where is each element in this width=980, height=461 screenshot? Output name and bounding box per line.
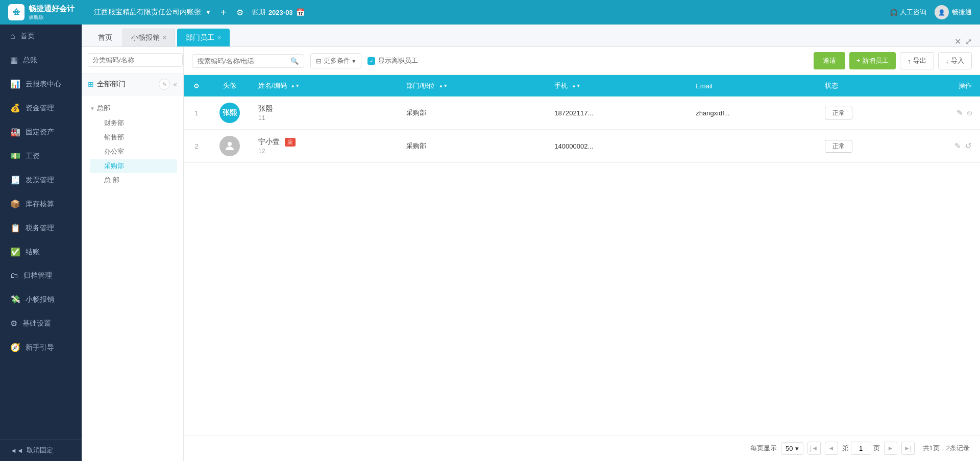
- page-size-chevron-icon: ▾: [795, 445, 799, 452]
- sidebar-item-settings[interactable]: ⚙ 基础设置: [0, 311, 82, 335]
- tab-expense[interactable]: 小畅报销 ×: [122, 29, 175, 46]
- row2-code: 12: [258, 148, 390, 155]
- first-page-button[interactable]: |◄: [807, 442, 821, 455]
- all-dept-header[interactable]: ⊞ 全部部门 ✎ «: [82, 74, 183, 95]
- svg-point-0: [228, 142, 232, 146]
- main-layout: ⌂ 首页 ▦ 总账 📊 云报表中心 💰 资金管理 🏭 固定资产 💵 工资 🧾 发…: [0, 25, 980, 461]
- sort-dept-icon[interactable]: ▲▼: [438, 84, 448, 88]
- row1-index: 1: [184, 96, 209, 130]
- sidebar-item-ledger[interactable]: ▦ 总账: [0, 48, 82, 72]
- sidebar-label-settings: 基础设置: [22, 319, 51, 328]
- sidebar-item-tax[interactable]: 📋 税务管理: [0, 216, 82, 240]
- add-tab-button[interactable]: +: [217, 6, 230, 18]
- tab-expense-close-icon[interactable]: ×: [163, 34, 166, 41]
- row1-avatar: 张熙: [219, 103, 240, 123]
- service-button[interactable]: 🎧 人工咨询: [890, 8, 926, 17]
- dept-child-purchase[interactable]: 采购部: [90, 159, 177, 173]
- sidebar-item-payroll[interactable]: 💵 工资: [0, 144, 82, 168]
- sidebar-item-funds[interactable]: 💰 资金管理: [0, 96, 82, 120]
- row1-ops-buttons: ✎ ⎋: [927, 108, 972, 117]
- user-menu[interactable]: 👤 畅捷通: [935, 5, 972, 19]
- dept-child-sales[interactable]: 销售部: [90, 130, 177, 144]
- dept-child-finance[interactable]: 财务部: [90, 116, 177, 130]
- row2-index: 2: [184, 130, 209, 163]
- filter-bar: 🔍 ⊟ 更多条件 ▾ ✓ 显示离职员工 邀请 + 新增员工: [184, 47, 980, 75]
- expand-window-icon[interactable]: ⤢: [965, 37, 972, 46]
- triangle-down-icon: ▼: [90, 106, 95, 111]
- employee-search-input[interactable]: [198, 57, 287, 65]
- archive-icon: 🗂: [10, 271, 18, 280]
- sidebar-item-expense[interactable]: 💸 小畅报销: [0, 287, 82, 311]
- tab-employees[interactable]: 部门员工 ×: [177, 29, 230, 46]
- content-area: 首页 小畅报销 × 部门员工 × ✕ ⤢ 🔍: [82, 25, 980, 461]
- sidebar-label-archive: 归档管理: [23, 271, 52, 280]
- page-input[interactable]: 1: [851, 442, 871, 455]
- sidebar-item-guide[interactable]: 🧭 新手引导: [0, 335, 82, 359]
- row2-edit-button[interactable]: ✎: [954, 141, 961, 151]
- row1-status: 正常: [817, 96, 919, 130]
- tab-bar-actions: ✕ ⤢: [954, 37, 972, 46]
- dept-group-name-hq: 总部: [97, 104, 110, 113]
- sort-name-icon[interactable]: ▲▼: [290, 84, 300, 88]
- settings-nav-icon: ⚙: [10, 319, 17, 328]
- right-panel: 🔍 ⊟ 更多条件 ▾ ✓ 显示离职员工 邀请 + 新增员工: [184, 47, 980, 461]
- logo-text: 畅捷通好会计: [29, 4, 75, 14]
- row1-phone: 187202117...: [546, 96, 688, 130]
- calendar-icon[interactable]: 📅: [296, 8, 305, 16]
- row1-edit-button[interactable]: ✎: [957, 108, 963, 117]
- row2-status: 正常: [817, 130, 919, 163]
- prev-page-button[interactable]: ◄: [825, 442, 838, 455]
- row1-logout-button[interactable]: ⎋: [967, 108, 972, 117]
- add-employee-button[interactable]: + 新增员工: [849, 52, 896, 69]
- col-settings[interactable]: ⚙: [184, 75, 209, 96]
- page-size-select[interactable]: 50 ▾: [781, 442, 803, 455]
- dept-child-office[interactable]: 办公室: [90, 144, 177, 159]
- dept-group-label-hq[interactable]: ▼ 总部: [90, 101, 177, 116]
- sidebar-item-assets[interactable]: 🏭 固定资产: [0, 120, 82, 144]
- sidebar-item-archive[interactable]: 🗂 归档管理: [0, 264, 82, 287]
- row2-delete-button[interactable]: ↺: [965, 141, 972, 151]
- row2-name-cell: 宁小壹 应 12: [250, 130, 398, 163]
- import-button[interactable]: ↓ 导入: [938, 52, 972, 69]
- sidebar-item-reports[interactable]: 📊 云报表中心: [0, 72, 82, 96]
- dept-collapse-icon[interactable]: «: [173, 80, 177, 88]
- tab-employees-close-icon[interactable]: ×: [217, 34, 221, 41]
- invoices-icon: 🧾: [10, 175, 20, 185]
- sidebar-item-invoices[interactable]: 🧾 发票管理: [0, 168, 82, 192]
- page-word: 第: [842, 444, 849, 453]
- close-window-icon[interactable]: ✕: [954, 37, 961, 46]
- row1-code: 11: [258, 114, 390, 122]
- col-ops: 操作: [919, 75, 980, 96]
- company-selector[interactable]: 江西服宝精品有限责任公司内账张 ▼: [94, 8, 211, 17]
- more-conditions-button[interactable]: ⊟ 更多条件 ▾: [310, 53, 361, 68]
- col-dept[interactable]: 部门/职位 ▲▼: [398, 75, 546, 96]
- pagination-bar: 每页显示 50 ▾ |◄ ◄ 第 1 页 ► ►| 共1页，2条记录: [184, 435, 980, 461]
- sidebar-item-inventory[interactable]: 📦 库存核算: [0, 192, 82, 216]
- row2-avatar-cell: [209, 130, 250, 163]
- sidebar-item-closeout[interactable]: ✅ 结账: [0, 240, 82, 264]
- dept-child-hq[interactable]: 总 部: [90, 173, 177, 187]
- export-button[interactable]: ↑ 导出: [900, 52, 934, 69]
- show-resigned-toggle[interactable]: ✓ 显示离职员工: [368, 56, 418, 65]
- dept-search-input[interactable]: [88, 53, 183, 67]
- last-page-button[interactable]: ►|: [901, 442, 915, 455]
- col-phone[interactable]: 手机 ▲▼: [546, 75, 688, 96]
- sidebar-label-guide: 新手引导: [26, 343, 54, 352]
- sort-phone-icon[interactable]: ▲▼: [572, 84, 581, 88]
- col-email: Email: [688, 75, 817, 96]
- next-page-button[interactable]: ►: [884, 442, 897, 455]
- employee-search-icon[interactable]: 🔍: [290, 57, 299, 65]
- company-name: 江西服宝精品有限责任公司内账张: [94, 8, 201, 17]
- sidebar-item-home[interactable]: ⌂ 首页: [0, 25, 82, 48]
- invite-button[interactable]: 邀请: [814, 52, 845, 69]
- col-status: 状态: [817, 75, 919, 96]
- page-unit: 页: [873, 444, 880, 453]
- settings-icon[interactable]: ⚙: [234, 6, 246, 18]
- show-resigned-checkbox[interactable]: ✓: [368, 57, 375, 65]
- tab-home[interactable]: 首页: [90, 29, 120, 46]
- col-name[interactable]: 姓名/编码 ▲▼: [250, 75, 398, 96]
- import-label: 导入: [951, 56, 964, 65]
- unpin-button[interactable]: ◄◄ 取消固定: [0, 439, 82, 461]
- dept-edit-icon[interactable]: ✎: [159, 79, 170, 90]
- headset-icon: 🎧: [890, 9, 898, 16]
